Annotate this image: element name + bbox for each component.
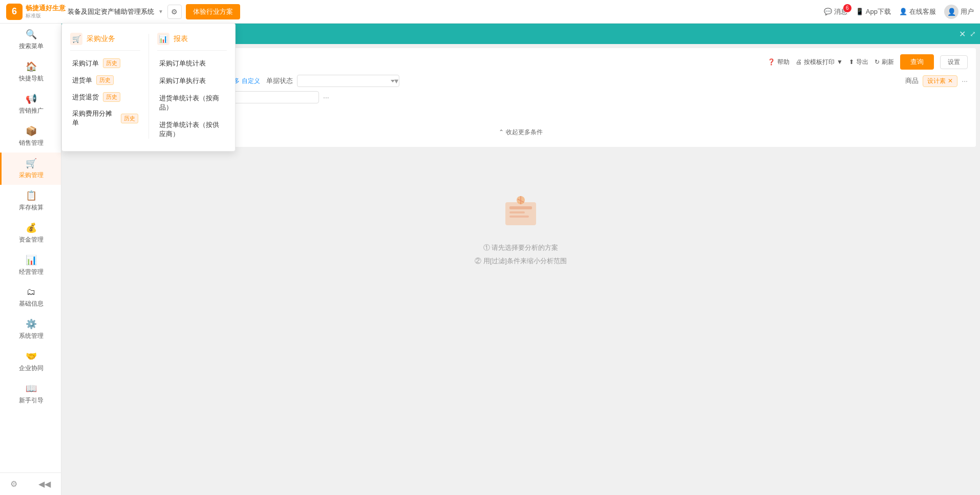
item-label: 采购订单 [72,59,99,68]
sidebar-item-quick_nav[interactable]: 🏠快捷导航 [0,56,61,88]
salesperson-more-dots[interactable]: ··· [323,93,329,101]
inventory-label: 库存核算 [19,203,44,212]
capital-icon: 💰 [26,222,37,233]
print-template-btn[interactable]: 🖨 按模板打印 ▼ [796,58,843,67]
online-service-btn[interactable]: 👤 在线客服 [899,7,936,16]
report-col-header: 📊 报表 [157,30,227,51]
app-download-label: App下载 [866,7,891,16]
sidebar-item-inventory[interactable]: 📋库存核算 [0,185,61,217]
history-tag: 历史 [103,58,120,68]
purchase-col-title: 采购业务 [87,34,115,44]
logo-icon: 6 [6,4,23,20]
settings-button[interactable]: 设置 [940,55,968,69]
sidebar-item-guide[interactable]: 📖新手引导 [0,378,61,410]
sidebar-collapse-icon[interactable]: ◀◀ [38,479,51,489]
sidebar-item-marketing[interactable]: 📢营销推广 [0,88,61,120]
report-item-进货单统计表按供应商[interactable]: 进货单统计表（按供应商） [157,116,227,143]
logo-area: 6 畅捷通好生意 标准版 [6,4,68,20]
custom-date-btn[interactable]: 自定义 [242,77,260,85]
marketing-label: 营销推广 [19,106,44,115]
sidebar-item-operations[interactable]: 📊经营管理 [0,249,61,282]
collapse-label: 收起更多条件 [506,128,543,136]
export-btn[interactable]: ⬆ 导出 [849,58,868,67]
guide-icon: 📖 [26,383,37,394]
tab-close-icon[interactable]: ✕ [959,29,966,39]
print-icon: 🖨 [796,58,802,66]
product-tag-remove[interactable]: ✕ [948,77,953,84]
item-label: 进货退货 [72,93,99,102]
industry-button[interactable]: 体验行业方案 [186,4,240,19]
refresh-label: 刷新 [882,58,894,67]
help-icon: ❓ [768,58,775,66]
history-tag: 历史 [103,92,120,102]
app-download-btn[interactable]: 📱 App下载 [856,7,891,16]
print-label: 按模板打印 [804,58,835,67]
svg-rect-2 [509,211,525,213]
purchase-item-进货退货[interactable]: 进货退货历史 [70,89,140,105]
message-btn[interactable]: 💬 消息 6 [824,7,847,16]
empty-state-icon [495,192,546,233]
refresh-icon: ↻ [875,58,880,66]
svg-rect-3 [509,216,529,218]
purchase-label: 采购管理 [19,171,44,180]
report-item-采购订单执行表[interactable]: 采购订单执行表 [157,72,227,90]
purchase-item-采购订单[interactable]: 采购订单历史 [70,55,140,72]
item-label: 进货单 [72,76,92,85]
report-col-title: 报表 [174,34,188,44]
empty-state: ① 请先选择要分析的方案 ② 用[过滤]条件来缩小分析范围 [66,151,976,307]
search-icon: 🔍 [26,29,37,40]
help-btn[interactable]: ❓ 帮助 [768,58,790,67]
query-button[interactable]: 查询 [900,54,934,70]
sidebar-item-search[interactable]: 🔍搜索菜单 [0,24,61,56]
product-more-dots[interactable]: ··· [962,77,968,85]
operations-label: 经营管理 [19,268,44,276]
purchase-col-icon: 🛒 [70,33,82,45]
marketing-icon: 📢 [26,93,37,104]
product-group: 商品 设计素 ✕ ··· [905,75,968,87]
sidebar-settings-icon[interactable]: ⚙ [10,479,17,489]
basic_info-icon: 🗂 [27,287,36,297]
inventory-icon: 📋 [26,190,37,201]
guide-label: 新手引导 [19,396,44,405]
purchase-item-采购费用分摊单[interactable]: 采购费用分摊单历史 [70,105,140,131]
message-badge: 6 [843,4,851,12]
voucher-status-select[interactable] [297,75,399,87]
product-tag: 设计素 ✕ [923,75,957,87]
sidebar-item-purchase[interactable]: 🛒采购管理 [0,153,61,185]
brand-sub: 标准版 [26,12,66,19]
avatar: 👤 [944,5,958,19]
sidebar-item-enterprise[interactable]: 🤝企业协同 [0,346,61,378]
empty-hint1-text: 请先选择要分析的方案 [492,244,558,251]
svg-rect-0 [505,202,536,225]
enterprise-label: 企业协同 [19,364,44,373]
user-label: 用户 [961,7,974,16]
history-tag: 历史 [96,75,114,85]
tab-expand-icon[interactable]: ⤢ [970,30,976,38]
sidebar-item-sales[interactable]: 📦销售管理 [0,120,61,153]
sidebar-item-basic_info[interactable]: 🗂基础信息 [0,282,61,313]
product-tag-text: 设计素 [927,77,946,85]
sidebar-items: 🔍搜索菜单🏠快捷导航📢营销推广📦销售管理🛒采购管理📋库存核算💰资金管理📊经营管理… [0,24,61,410]
service-icon: 👤 [899,8,907,15]
user-btn[interactable]: 👤 用户 [944,5,974,19]
purchase-item-进货单[interactable]: 进货单历史 [70,72,140,89]
report-item-进货单统计表按商品[interactable]: 进货单统计表（按商品） [157,90,227,116]
print-dropdown-arrow[interactable]: ▼ [837,58,843,66]
system-icon: ⚙️ [26,318,37,330]
history-tag: 历史 [121,114,138,123]
purchase-col-header: 🛒 采购业务 [70,30,140,51]
collapse-icon: ⌃ [499,128,504,136]
dropdown-columns: 🛒 采购业务 采购订单历史进货单历史进货退货历史采购费用分摊单历史 📊 报表 采… [62,30,235,143]
sidebar-item-capital[interactable]: 💰资金管理 [0,217,61,249]
refresh-btn[interactable]: ↻ 刷新 [875,58,894,67]
phone-icon: 📱 [856,8,864,15]
message-icon: 💬 [824,8,832,15]
report-item-采购订单统计表[interactable]: 采购订单统计表 [157,55,227,72]
left-col-items: 采购订单历史进货单历史进货退货历史采购费用分摊单历史 [70,55,140,131]
salesperson-group: 业务员 ··· [193,91,968,103]
sidebar: 🔍搜索菜单🏠快捷导航📢营销推广📦销售管理🛒采购管理📋库存核算💰资金管理📊经营管理… [0,24,61,495]
sales-label: 销售管理 [19,139,44,147]
sidebar-item-system[interactable]: ⚙️系统管理 [0,313,61,346]
system-dropdown-arrow[interactable]: ▼ [158,9,163,14]
settings-icon-btn[interactable]: ⚙ [167,5,182,19]
